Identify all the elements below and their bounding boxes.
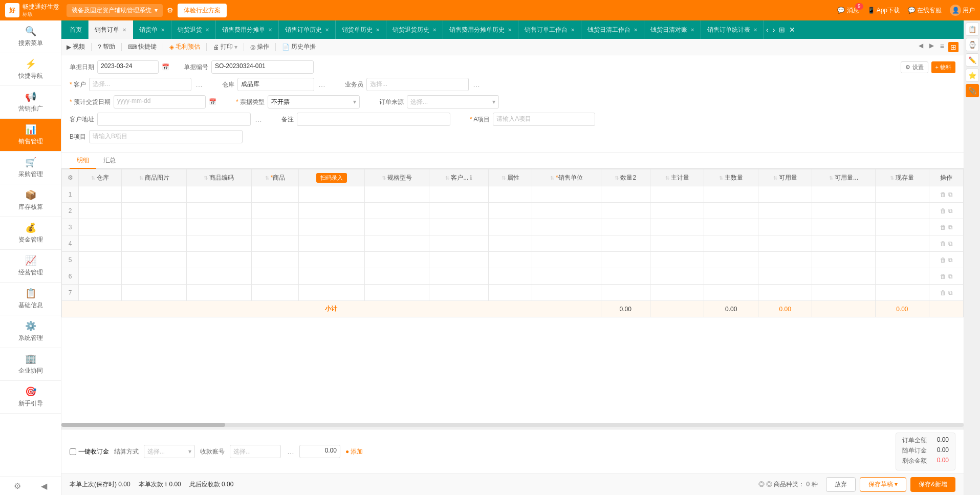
remarks-input[interactable] — [297, 113, 450, 126]
row-copy-icon[interactable]: ⧉ — [948, 240, 953, 247]
tab-sale-history[interactable]: 销货单历史 ✕ — [336, 20, 386, 39]
tab-order-workbench[interactable]: 销售订单工作台 ✕ — [518, 20, 581, 39]
sidebar-item-sales[interactable]: 📊 销售管理 — [0, 119, 61, 152]
tab-return-history-close[interactable]: ✕ — [432, 27, 437, 33]
sort-product[interactable]: ⇅ — [265, 175, 269, 181]
rp-icon-star[interactable]: ⭐ — [966, 69, 979, 82]
customer-dots[interactable]: … — [195, 80, 203, 89]
table-row[interactable]: 2🗑⧉ — [62, 203, 964, 219]
sidebar-settings-icon[interactable]: ⚙ — [14, 481, 21, 491]
add-btn[interactable]: ● 添加 — [345, 447, 363, 456]
sort-main-unit[interactable]: ⇅ — [665, 175, 669, 181]
rp-icon-clock[interactable]: ⌚ — [966, 38, 979, 51]
amount-input[interactable]: 0.00 — [299, 445, 340, 458]
tab-return-close[interactable]: ✕ — [205, 27, 209, 33]
toolbar-profit-btn[interactable]: ◈ 毛利预估 — [169, 42, 200, 51]
tab-prev-btn[interactable]: ‹ — [764, 26, 771, 34]
row-delete-icon[interactable]: 🗑 — [940, 207, 946, 214]
warehouse-dots[interactable]: … — [318, 80, 325, 89]
sidebar-item-operations[interactable]: 📈 经营管理 — [0, 250, 61, 283]
tab-sale-close[interactable]: ✕ — [161, 27, 165, 33]
customer-input[interactable]: 选择... — [89, 78, 191, 91]
industry-btn[interactable]: 体验行业方案 — [178, 4, 227, 17]
sort-warehouse[interactable]: ⇅ — [91, 175, 95, 181]
sort-available2[interactable]: ⇅ — [829, 175, 833, 181]
tab-return[interactable]: 销货退货 ✕ — [171, 20, 216, 39]
tab-sale[interactable]: 销货单 ✕ — [133, 20, 171, 39]
toolbar-help-btn[interactable]: ? 帮助 — [98, 42, 115, 51]
sort-main-qty[interactable]: ⇅ — [719, 175, 723, 181]
table-row[interactable]: 4🗑⧉ — [62, 235, 964, 252]
tab-cash-workbench-close[interactable]: ✕ — [634, 27, 638, 33]
discard-btn[interactable]: 放弃 — [826, 477, 856, 492]
online-support[interactable]: 💬 在线客服 — [908, 6, 942, 15]
sidebar-item-enterprise[interactable]: 🏢 企业协同 — [0, 348, 61, 381]
rp-icon-attach[interactable]: 📎 — [966, 84, 979, 97]
row-copy-icon[interactable]: ⧉ — [948, 289, 953, 296]
account-dots[interactable]: … — [287, 447, 294, 456]
rp-icon-clipboard[interactable]: 📋 — [966, 23, 979, 36]
save-new-btn[interactable]: 保存&新增 — [910, 477, 955, 492]
th-settings[interactable]: ⚙ — [62, 169, 79, 186]
sort-spec[interactable]: ⇅ — [382, 175, 386, 181]
cell-15[interactable]: 🗑⧉ — [929, 252, 964, 268]
row-copy-icon[interactable]: ⧉ — [948, 256, 953, 264]
calendar-icon[interactable]: 📅 — [162, 63, 169, 71]
save-draft-btn[interactable]: 保存草稿 ▾ — [860, 477, 906, 492]
toolbar-view-btn[interactable]: ▶ 视频 — [67, 42, 85, 51]
scroll-thumb[interactable] — [61, 423, 225, 427]
row-copy-icon[interactable]: ⧉ — [948, 273, 953, 280]
sort-qty2[interactable]: ⇅ — [615, 175, 619, 181]
table-row[interactable]: 6🗑⧉ — [62, 268, 964, 285]
staff-dots[interactable]: … — [473, 80, 480, 89]
row-delete-icon[interactable]: 🗑 — [940, 273, 946, 280]
tab-return-history[interactable]: 销货退货历史 ✕ — [386, 20, 443, 39]
system-title[interactable]: 装备及固定资产辅助管理系统 ▾ — [67, 4, 163, 17]
sidebar-item-inventory[interactable]: 📦 库存核算 — [0, 184, 61, 217]
cell-15[interactable]: 🗑⧉ — [929, 235, 964, 252]
address-dots[interactable]: … — [255, 115, 262, 123]
toolbar-shortcut-btn[interactable]: ⌨ 快捷键 — [128, 42, 157, 51]
detail-tab-1[interactable]: 汇总 — [96, 153, 123, 169]
tab-expense-close[interactable]: ✕ — [268, 27, 272, 33]
sidebar-item-finance[interactable]: 💰 资金管理 — [0, 217, 61, 250]
account-select[interactable]: 选择... — [230, 445, 281, 458]
tab-next-btn[interactable]: › — [771, 26, 777, 34]
row-delete-icon[interactable]: 🗑 — [940, 240, 946, 247]
sidebar-item-system[interactable]: ⚙️ 系统管理 — [0, 315, 61, 348]
cell-15[interactable]: 🗑⧉ — [929, 268, 964, 285]
material-btn[interactable]: + 物料 — [931, 61, 955, 73]
sidebar-item-quicknav[interactable]: ⚡ 快捷导航 — [0, 53, 61, 86]
delivery-input[interactable]: yyyy-mm-dd — [114, 95, 206, 109]
payment-method-select[interactable]: 选择... ▾ — [144, 445, 195, 458]
table-row[interactable]: 7🗑⧉ — [62, 285, 964, 301]
rp-icon-edit[interactable]: ✏️ — [966, 53, 979, 67]
toolbar-history-btn[interactable]: 📄 历史单据 — [282, 42, 316, 51]
tab-expand-btn[interactable]: ⊞ — [777, 26, 787, 34]
sort-available[interactable]: ⇅ — [773, 175, 777, 181]
row-delete-icon[interactable]: 🗑 — [940, 256, 946, 264]
col-settings-icon[interactable]: ⚙ — [65, 173, 75, 183]
tab-order-history[interactable]: 销售订单历史 ✕ — [279, 20, 336, 39]
tab-cash-workbench[interactable]: 钱货日清工作台 ✕ — [581, 20, 644, 39]
tab-stats-close[interactable]: ✕ — [753, 27, 757, 33]
address-input[interactable] — [97, 113, 251, 126]
toolbar-grid-view[interactable]: ⊞ — [948, 42, 959, 52]
table-row[interactable]: 5🗑⧉ — [62, 252, 964, 268]
sort-image[interactable]: ⇅ — [139, 175, 143, 181]
one-click-label[interactable]: 一键收订金 — [70, 447, 109, 456]
user-area[interactable]: 👤 用户 — [950, 5, 975, 16]
sort-customer-code[interactable]: ⇅ — [445, 175, 449, 181]
tab-expense[interactable]: 销售费用分摊单 ✕ — [216, 20, 279, 39]
tab-sale-history-close[interactable]: ✕ — [376, 27, 380, 33]
staff-input[interactable]: 选择... — [366, 78, 469, 91]
tab-sales-order-close[interactable]: ✕ — [122, 27, 126, 33]
sidebar-item-guide[interactable]: 🎯 新手引导 — [0, 381, 61, 414]
row-copy-icon[interactable]: ⧉ — [948, 191, 953, 198]
tab-expense-history-close[interactable]: ✕ — [508, 27, 512, 33]
a-project-input[interactable]: 请输入A项目 — [493, 113, 595, 126]
notification-area[interactable]: 💬 消息 9 — [837, 6, 859, 15]
cell-15[interactable]: 🗑⧉ — [929, 186, 964, 203]
row-delete-icon[interactable]: 🗑 — [940, 191, 946, 198]
table-row[interactable]: 1🗑⧉ — [62, 186, 964, 203]
